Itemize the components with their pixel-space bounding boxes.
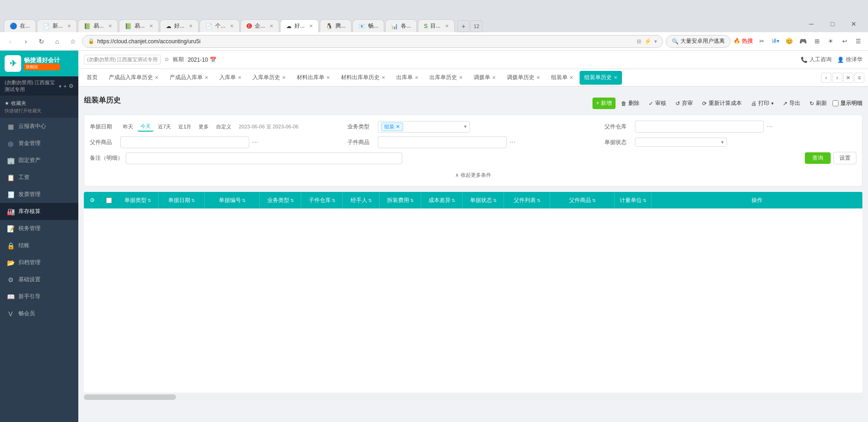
export-btn[interactable]: ↗ 导出 bbox=[779, 98, 804, 109]
company-dropdown-icon[interactable]: ▾ bbox=[59, 84, 61, 89]
close-tab-btn[interactable]: ✕ bbox=[843, 73, 853, 83]
yesterday-btn[interactable]: 昨天 bbox=[120, 122, 136, 131]
scroll-left-btn[interactable]: ‹ bbox=[821, 73, 831, 83]
tab-close-icon[interactable]: ✕ bbox=[536, 75, 540, 80]
close-btn[interactable]: ✕ bbox=[843, 17, 864, 32]
parent-goods-input[interactable] bbox=[120, 136, 249, 148]
app-tab-out[interactable]: 出库单 ✕ bbox=[392, 71, 423, 85]
today-btn[interactable]: 今天 bbox=[138, 122, 153, 132]
settings-company-icon[interactable]: ⚙ bbox=[69, 83, 74, 89]
browser-search-bar[interactable]: 🔍 大量安卓用户逃离 bbox=[666, 35, 731, 48]
th-disassemble[interactable]: 拆装费用 ⇅ bbox=[380, 192, 421, 208]
browser-tab-1[interactable]: 🔵 在... bbox=[4, 19, 36, 32]
address-bar[interactable]: 🔒 https://cloud.chanjet.com/accounting/u… bbox=[82, 35, 663, 48]
app-tab-assemble-history[interactable]: 组装单历史 ✕ bbox=[580, 71, 622, 85]
app-tab-assemble[interactable]: 组装单 ✕ bbox=[546, 71, 578, 85]
search-btn[interactable]: 查询 bbox=[805, 152, 831, 164]
more-tabs-btn[interactable]: ≡ bbox=[854, 73, 864, 83]
app-tab-out-history[interactable]: 出库单历史 ✕ bbox=[425, 71, 467, 85]
company-selector[interactable]: (勿删勿禁用) 江西服宝测试专用 ▾ + ⚙ bbox=[0, 76, 78, 96]
browser-tab-7[interactable]: 🅒 企... ✕ bbox=[240, 19, 279, 32]
sidebar-item-tax[interactable]: 📝 税务管理 bbox=[0, 220, 78, 237]
app-tab-product-in[interactable]: 产成品入库单 ✕ bbox=[165, 71, 213, 85]
maximize-btn[interactable]: □ bbox=[822, 17, 843, 32]
sidebar-item-finance[interactable]: ◎ 资金管理 bbox=[0, 135, 78, 152]
minimize-btn[interactable]: ─ bbox=[801, 17, 822, 32]
forward-btn[interactable]: › bbox=[19, 35, 32, 48]
review-btn[interactable]: ✓ 审核 bbox=[645, 98, 670, 109]
tab-close-icon[interactable]: ✕ bbox=[492, 75, 496, 80]
select-all-checkbox[interactable] bbox=[106, 197, 112, 203]
reload-btn[interactable]: ↻ bbox=[35, 35, 48, 48]
th-number[interactable]: 单据编号 ⇅ bbox=[205, 192, 260, 208]
tab-close-icon[interactable]: ✕ bbox=[282, 75, 286, 80]
tab-close-icon[interactable]: ✕ bbox=[614, 75, 617, 80]
tab-close-icon[interactable]: ✕ bbox=[326, 75, 330, 80]
collapse-btn[interactable]: ∧ 收起更多条件 bbox=[90, 170, 856, 180]
bill-status-dropdown-icon[interactable]: ▾ bbox=[721, 139, 724, 145]
th-settings[interactable]: ⚙ bbox=[84, 197, 100, 203]
sidebar-item-salary[interactable]: 📋 工资 bbox=[0, 169, 78, 186]
favorites-title[interactable]: ★ 收藏夹 bbox=[5, 100, 74, 107]
scissors-icon[interactable]: ✂ bbox=[756, 35, 768, 47]
tab-close-icon[interactable]: ✕ bbox=[415, 75, 418, 80]
horizontal-scrollbar[interactable] bbox=[84, 394, 862, 400]
sidebar-item-checkout[interactable]: 🔒 结账 bbox=[0, 237, 78, 254]
back-btn[interactable]: ‹ bbox=[4, 35, 17, 48]
show-detail-checkbox[interactable] bbox=[833, 100, 839, 106]
delete-btn[interactable]: 🗑 删除 bbox=[617, 98, 643, 109]
help-btn[interactable]: 📞 人工咨询 bbox=[801, 56, 832, 64]
biz-type-dropdown-icon[interactable]: ▾ bbox=[464, 123, 467, 130]
browser-tab-9[interactable]: 🐧 腾... bbox=[320, 19, 352, 32]
abandon-btn[interactable]: ↺ 弃审 bbox=[672, 98, 697, 109]
scroll-right-btn[interactable]: › bbox=[832, 73, 842, 83]
browser-tab-5[interactable]: ☁ 好... ✕ bbox=[160, 19, 199, 32]
brightness-icon[interactable]: ☀ bbox=[825, 35, 837, 47]
th-date[interactable]: 单据日期 ⇅ bbox=[158, 192, 205, 208]
th-handler[interactable]: 经手人 ⇅ bbox=[343, 192, 380, 208]
month1-btn[interactable]: 近1月 bbox=[176, 122, 194, 131]
app-tab-transfer-history[interactable]: 调拨单历史 ✕ bbox=[502, 71, 545, 85]
app-tab-transfer[interactable]: 调拨单 ✕ bbox=[469, 71, 500, 85]
app-tab-in-history[interactable]: 入库单历史 ✕ bbox=[248, 71, 290, 85]
settings-btn[interactable]: 设置 bbox=[833, 152, 856, 164]
sidebar-item-guide[interactable]: 📖 新手引导 bbox=[0, 288, 78, 305]
bill-status-container[interactable]: ▾ bbox=[635, 138, 727, 147]
scrollbar-thumb[interactable] bbox=[84, 394, 176, 400]
th-status[interactable]: 单据状态 ⇅ bbox=[463, 192, 504, 208]
th-parentgoods[interactable]: 父件商品 ⇅ bbox=[550, 192, 615, 208]
th-warehouse[interactable]: 子件仓库 ⇅ bbox=[301, 192, 343, 208]
parent-goods-more-icon[interactable]: ··· bbox=[252, 138, 258, 146]
print-dropdown-icon[interactable]: ▾ bbox=[771, 101, 774, 106]
user-btn[interactable]: 👤 徐泽华 bbox=[837, 56, 862, 64]
tab-close-icon[interactable]: ✕ bbox=[155, 75, 158, 80]
parent-warehouse-input[interactable] bbox=[635, 121, 764, 133]
th-unit[interactable]: 计量单位 ⇅ bbox=[615, 192, 651, 208]
tab-close-icon[interactable]: ✕ bbox=[205, 75, 208, 80]
browser-tab-6[interactable]: 📄 个... ✕ bbox=[199, 19, 240, 32]
translate-icon[interactable]: 译▾ bbox=[769, 35, 781, 47]
tab-close-icon[interactable]: ✕ bbox=[381, 75, 385, 80]
browser-tab-8[interactable]: ☁ 好... ✕ bbox=[280, 19, 319, 32]
add-btn[interactable]: + 新增 bbox=[592, 98, 616, 109]
grid-icon[interactable]: ⊞ bbox=[811, 35, 823, 47]
show-detail-toggle[interactable]: 显示明细 bbox=[833, 99, 862, 107]
browser-tab-11[interactable]: 📊 各... bbox=[385, 19, 417, 32]
tag-close-icon[interactable]: ✕ bbox=[396, 124, 400, 130]
sidebar-item-reports[interactable]: ▦ 云报表中心 bbox=[0, 118, 78, 135]
home-btn[interactable]: ⌂ bbox=[51, 35, 64, 48]
add-company-icon[interactable]: + bbox=[63, 83, 67, 90]
app-tab-product-in-history[interactable]: 产成品入库单历史 ✕ bbox=[104, 71, 163, 85]
app-tab-home[interactable]: 首页 bbox=[82, 71, 102, 85]
tab-close-icon[interactable]: ✕ bbox=[569, 75, 573, 80]
game-icon[interactable]: 🎮 bbox=[797, 35, 809, 47]
gear-small-icon[interactable]: ⚙ bbox=[164, 57, 169, 63]
th-costdiff[interactable]: 成本差异 ⇅ bbox=[421, 192, 463, 208]
th-type[interactable]: 单据类型 ⇅ bbox=[117, 192, 158, 208]
recalculate-btn[interactable]: ⟳ 重新计算成本 bbox=[698, 98, 745, 109]
lightning-icon[interactable]: ⚡ bbox=[644, 38, 651, 45]
more-date-btn[interactable]: 更多 bbox=[196, 122, 211, 131]
sidebar-item-invoice[interactable]: 🧾 发票管理 bbox=[0, 186, 78, 203]
sidebar-item-member[interactable]: V 畅会员 bbox=[0, 305, 78, 322]
custom-date-btn[interactable]: 自定义 bbox=[213, 122, 234, 131]
